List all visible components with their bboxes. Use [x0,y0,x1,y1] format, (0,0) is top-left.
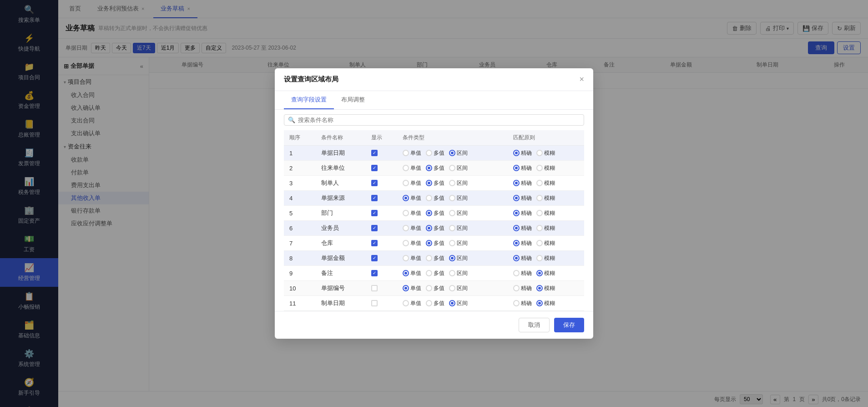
config-row-display[interactable] [366,281,398,296]
config-row-type[interactable]: 单值多值区间 [397,191,507,206]
radio-type-多值[interactable]: 多值 [426,164,444,172]
radio-match-模糊[interactable]: 模糊 [536,300,555,307]
radio-type-区间[interactable]: 区间 [449,194,468,202]
radio-type-区间[interactable]: 区间 [449,224,468,232]
radio-type-多值[interactable]: 多值 [426,300,444,307]
config-row-type[interactable]: 单值多值区间 [397,146,507,161]
radio-type-区间[interactable]: 区间 [449,149,468,157]
config-row-display[interactable] [366,236,398,251]
radio-type-单值[interactable]: 单值 [403,285,421,292]
radio-type-单值[interactable]: 单值 [403,194,421,202]
radio-match-精确[interactable]: 精确 [513,194,532,202]
radio-match-模糊[interactable]: 模糊 [536,224,555,232]
radio-type-单值[interactable]: 单值 [403,209,421,217]
config-row-display[interactable] [366,296,398,311]
radio-type-多值[interactable]: 多值 [426,194,444,202]
display-checkbox[interactable] [371,180,378,186]
config-row-display[interactable] [366,161,398,176]
display-checkbox[interactable] [371,165,378,171]
radio-type-区间[interactable]: 区间 [449,179,468,187]
config-row-type[interactable]: 单值多值区间 [397,236,507,251]
radio-type-区间[interactable]: 区间 [449,285,468,292]
display-checkbox[interactable] [371,300,378,306]
config-row-match[interactable]: 精确模糊 [508,191,584,206]
radio-type-多值[interactable]: 多值 [426,270,444,277]
config-row-match[interactable]: 精确模糊 [508,296,584,311]
radio-type-区间[interactable]: 区间 [449,209,468,217]
display-checkbox[interactable] [371,195,378,201]
radio-match-模糊[interactable]: 模糊 [536,209,555,217]
radio-type-区间[interactable]: 区间 [449,270,468,277]
modal-overlay[interactable]: 设置查询区域布局 × 查询字段设置 布局调整 🔍 顺序 [0,0,868,407]
dialog-close-icon[interactable]: × [579,75,584,84]
radio-match-模糊[interactable]: 模糊 [536,239,555,247]
config-row-match[interactable]: 精确模糊 [508,176,584,191]
radio-match-模糊[interactable]: 模糊 [536,254,555,262]
radio-type-区间[interactable]: 区间 [449,239,468,247]
config-row-display[interactable] [366,251,398,266]
display-checkbox[interactable] [371,210,378,216]
config-row-match[interactable]: 精确模糊 [508,206,584,221]
tab-field-settings[interactable]: 查询字段设置 [284,91,334,109]
radio-match-模糊[interactable]: 模糊 [536,285,555,292]
tab-layout-adjust[interactable]: 布局调整 [334,91,372,109]
radio-match-精确[interactable]: 精确 [513,254,532,262]
radio-type-单值[interactable]: 单值 [403,254,421,262]
display-checkbox[interactable] [371,270,378,276]
config-row-match[interactable]: 精确模糊 [508,281,584,296]
config-row-display[interactable] [366,191,398,206]
radio-type-多值[interactable]: 多值 [426,285,444,292]
config-row-display[interactable] [366,146,398,161]
radio-type-多值[interactable]: 多值 [426,209,444,217]
save-button-dialog[interactable]: 保存 [554,318,584,332]
display-checkbox[interactable] [371,225,378,231]
config-row-type[interactable]: 单值多值区间 [397,266,507,281]
radio-type-区间[interactable]: 区间 [449,164,468,172]
display-checkbox[interactable] [371,150,378,156]
radio-type-多值[interactable]: 多值 [426,179,444,187]
radio-type-区间[interactable]: 区间 [449,300,468,307]
config-row-type[interactable]: 单值多值区间 [397,176,507,191]
config-row-match[interactable]: 精确模糊 [508,146,584,161]
display-checkbox[interactable] [371,285,378,291]
radio-match-精确[interactable]: 精确 [513,209,532,217]
radio-type-多值[interactable]: 多值 [426,149,444,157]
radio-match-模糊[interactable]: 模糊 [536,149,555,157]
cancel-button[interactable]: 取消 [519,318,550,332]
dialog-search-input[interactable] [298,117,389,123]
radio-type-多值[interactable]: 多值 [426,224,444,232]
radio-type-单值[interactable]: 单值 [403,149,421,157]
radio-match-模糊[interactable]: 模糊 [536,270,555,277]
radio-match-精确[interactable]: 精确 [513,300,532,307]
config-row-type[interactable]: 单值多值区间 [397,161,507,176]
radio-match-模糊[interactable]: 模糊 [536,179,555,187]
radio-type-单值[interactable]: 单值 [403,239,421,247]
radio-type-区间[interactable]: 区间 [449,254,468,262]
radio-type-单值[interactable]: 单值 [403,224,421,232]
config-row-display[interactable] [366,221,398,236]
config-row-match[interactable]: 精确模糊 [508,161,584,176]
config-row-match[interactable]: 精确模糊 [508,266,584,281]
radio-type-单值[interactable]: 单值 [403,164,421,172]
radio-match-精确[interactable]: 精确 [513,224,532,232]
radio-type-多值[interactable]: 多值 [426,239,444,247]
config-row-type[interactable]: 单值多值区间 [397,221,507,236]
config-row-type[interactable]: 单值多值区间 [397,281,507,296]
display-checkbox[interactable] [371,255,378,261]
config-row-type[interactable]: 单值多值区间 [397,251,507,266]
radio-type-单值[interactable]: 单值 [403,179,421,187]
radio-type-单值[interactable]: 单值 [403,300,421,307]
config-row-display[interactable] [366,206,398,221]
radio-match-模糊[interactable]: 模糊 [536,194,555,202]
radio-match-精确[interactable]: 精确 [513,149,532,157]
display-checkbox[interactable] [371,240,378,246]
config-row-type[interactable]: 单值多值区间 [397,296,507,311]
config-row-type[interactable]: 单值多值区间 [397,206,507,221]
radio-match-精确[interactable]: 精确 [513,270,532,277]
radio-type-单值[interactable]: 单值 [403,270,421,277]
radio-match-精确[interactable]: 精确 [513,285,532,292]
radio-type-多值[interactable]: 多值 [426,254,444,262]
config-row-display[interactable] [366,266,398,281]
config-row-match[interactable]: 精确模糊 [508,251,584,266]
radio-match-模糊[interactable]: 模糊 [536,164,555,172]
